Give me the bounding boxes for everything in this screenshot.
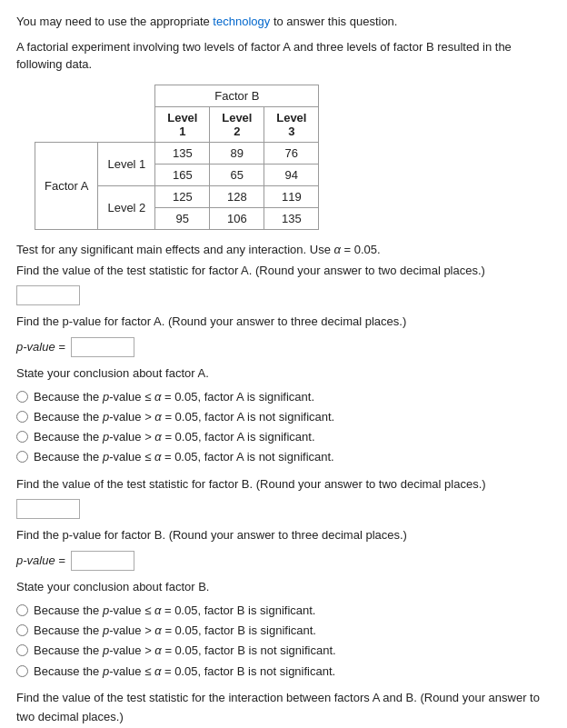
experiment-description: A factorial experiment involving two lev… (16, 38, 551, 74)
cell-a2b3-r1: 119 (264, 185, 319, 207)
cell-a1b1-r2: 165 (155, 164, 210, 185)
factor-b-statistic-instruction: Find the value of the test statistic for… (16, 475, 551, 494)
factor-a-option-2-text: Because the p-value > α = 0.05, factor A… (34, 409, 334, 425)
factor-a-option-1[interactable]: Because the p-value ≤ α = 0.05, factor A… (16, 389, 551, 405)
factor-b-option-1-text: Because the p-value ≤ α = 0.05, factor B… (34, 603, 315, 619)
factor-b-pvalue-input[interactable] (71, 551, 134, 571)
col-header-2: Level 2 (210, 106, 264, 142)
cell-a2b1-r1: 125 (155, 185, 210, 207)
factor-a-option-4-text: Because the p-value ≤ α = 0.05, factor A… (34, 449, 334, 465)
factor-a-radio-group: Because the p-value ≤ α = 0.05, factor A… (16, 389, 551, 466)
factor-b-conclusion-label: State your conclusion about factor B. (16, 578, 551, 597)
factor-b-option-3[interactable]: Because the p-value > α = 0.05, factor B… (16, 643, 551, 659)
factor-a-radio-1[interactable] (16, 391, 28, 403)
factor-b-radio-1[interactable] (16, 604, 28, 616)
factor-a-radio-3[interactable] (16, 431, 28, 443)
factor-b-option-4[interactable]: Because the p-value ≤ α = 0.05, factor B… (16, 663, 551, 680)
level1-label: Level 1 (98, 142, 155, 185)
factor-b-radio-3[interactable] (16, 644, 28, 656)
interaction-section: Find the value of the test statistic for… (16, 689, 551, 728)
factor-b-statistic-input[interactable] (16, 499, 80, 519)
factor-a-pvalue-instruction: Find the p-value for factor A. (Round yo… (16, 313, 551, 332)
data-table: Factor B Level 1 Level 2 Level 3 Factor … (35, 85, 319, 230)
factor-a-statistic-input[interactable] (16, 285, 80, 305)
cell-a2b1-r2: 95 (155, 207, 210, 229)
factor-b-section: Find the value of the test statistic for… (16, 475, 551, 680)
factor-b-radio-4[interactable] (16, 665, 28, 677)
cell-a2b3-r2: 135 (264, 207, 319, 229)
factor-b-header: Factor B (155, 85, 319, 106)
intro-line1: You may need to use the appropriate tech… (16, 13, 551, 31)
factor-b-pvalue-row: p-value = (16, 551, 551, 571)
factor-b-option-2[interactable]: Because the p-value > α = 0.05, factor B… (16, 623, 551, 639)
factor-a-radio-2[interactable] (16, 411, 28, 423)
factor-a-option-3[interactable]: Because the p-value > α = 0.05, factor A… (16, 429, 551, 445)
factor-b-option-1[interactable]: Because the p-value ≤ α = 0.05, factor B… (16, 603, 551, 619)
col-header-3: Level 3 (264, 106, 319, 142)
factor-a-pvalue-label: p-value = (16, 338, 65, 357)
factor-a-section: Find the value of the test statistic for… (16, 262, 551, 466)
factor-a-conclusion-label: State your conclusion about factor A. (16, 364, 551, 384)
cell-a1b1-r1: 135 (155, 142, 210, 164)
cell-a2b2-r1: 128 (210, 185, 264, 207)
test-instruction: Test for any significant main effects an… (16, 243, 551, 256)
factor-b-option-2-text: Because the p-value > α = 0.05, factor B… (34, 623, 316, 639)
cell-a1b2-r1: 89 (210, 142, 264, 164)
cell-a1b2-r2: 65 (210, 164, 264, 185)
cell-a2b2-r2: 106 (210, 207, 264, 229)
factor-a-pvalue-row: p-value = (16, 337, 551, 357)
level2-label: Level 2 (98, 185, 155, 229)
technology-link[interactable]: technology (213, 15, 270, 28)
factor-a-radio-4[interactable] (16, 451, 28, 463)
factor-b-radio-2[interactable] (16, 624, 28, 636)
factor-b-radio-group: Because the p-value ≤ α = 0.05, factor B… (16, 603, 551, 680)
factor-a-option-2[interactable]: Because the p-value > α = 0.05, factor A… (16, 409, 551, 425)
factor-a-option-4[interactable]: Because the p-value ≤ α = 0.05, factor A… (16, 449, 551, 465)
factor-a-option-1-text: Because the p-value ≤ α = 0.05, factor A… (34, 389, 314, 405)
factor-a-option-3-text: Because the p-value > α = 0.05, factor A… (34, 429, 315, 445)
factor-b-option-4-text: Because the p-value ≤ α = 0.05, factor B… (34, 663, 335, 680)
cell-a1b3-r2: 94 (264, 164, 319, 185)
interaction-statistic-instruction: Find the value of the test statistic for… (16, 689, 551, 727)
factor-b-pvalue-label: p-value = (16, 552, 65, 571)
factor-b-option-3-text: Because the p-value > α = 0.05, factor B… (34, 643, 336, 659)
col-header-1: Level 1 (155, 106, 210, 142)
data-table-wrapper: Factor B Level 1 Level 2 Level 3 Factor … (16, 85, 551, 230)
factor-a-statistic-instruction: Find the value of the test statistic for… (16, 262, 551, 281)
cell-a1b3-r1: 76 (264, 142, 319, 164)
factor-b-pvalue-instruction: Find the p-value for factor B. (Round yo… (16, 526, 551, 545)
factor-a-label: Factor A (35, 142, 98, 229)
factor-a-pvalue-input[interactable] (71, 337, 134, 357)
